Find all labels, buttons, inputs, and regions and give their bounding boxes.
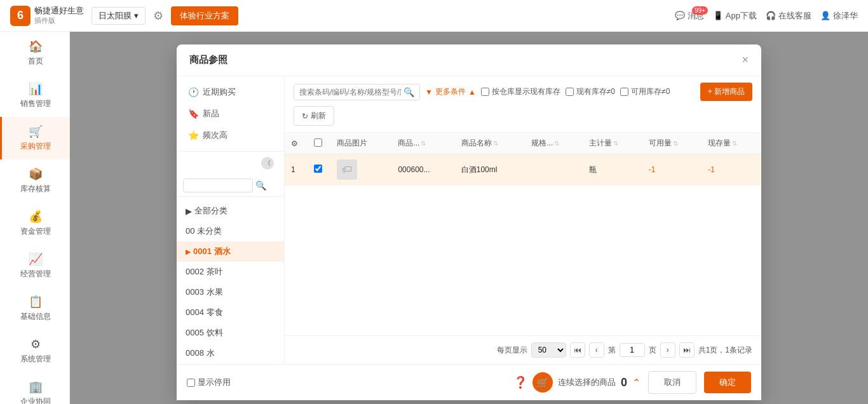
purchase-icon: 🛒	[29, 125, 43, 138]
expand-cart-button[interactable]: ⌃	[632, 377, 641, 389]
modal-right-panel: 🔍 ▼ 更多条件 ▲ 按仓库显示现有库存	[285, 76, 761, 364]
messages-item[interactable]: 💬 消息 99+	[675, 10, 704, 22]
sidebar-item-basics[interactable]: 📋 基础信息	[0, 287, 69, 330]
th-spec[interactable]: 规格... ⇅	[525, 133, 583, 154]
row-code: 000600...	[391, 154, 454, 185]
cat-item-snacks[interactable]: 0004 零食	[177, 302, 284, 323]
checkbox-usable-nonzero[interactable]: 可用库存≠0	[620, 86, 670, 97]
cat-item-liquor[interactable]: ▶ 0001 酒水	[177, 241, 284, 262]
prev-page-button[interactable]: ‹	[589, 342, 604, 358]
page-number-input[interactable]	[620, 343, 645, 357]
usable-nonzero-checkbox[interactable]	[620, 88, 628, 96]
sidebar-item-operations[interactable]: 📈 经营管理	[0, 245, 69, 287]
th-usable-label: 可用量	[649, 138, 672, 149]
quick-link-new[interactable]: 🔖 新品	[183, 104, 278, 123]
basics-icon: 📋	[29, 295, 43, 309]
select-all-checkbox[interactable]	[314, 138, 322, 147]
cat-label-liquor: 0001 酒水	[193, 246, 231, 257]
confirm-button[interactable]: 确定	[704, 372, 751, 393]
logo-text: 畅捷通好生意	[34, 6, 84, 17]
logo-icon: 6	[10, 6, 31, 26]
row-select-checkbox[interactable]	[314, 165, 322, 173]
category-search-input[interactable]	[183, 178, 253, 192]
settings-icon[interactable]: ⚙	[291, 139, 298, 148]
cat-label-water: 0008 水	[186, 347, 215, 358]
first-page-button[interactable]: ⏮	[570, 342, 585, 358]
cat-item-all[interactable]: ▶ 全部分类	[177, 201, 284, 221]
table-row[interactable]: 1 🏷 000600... 白酒100ml	[285, 154, 761, 185]
product-modal: 商品参照 × 🕐 近期购买 🔖	[177, 44, 761, 400]
last-page-button[interactable]: ⏭	[679, 342, 695, 358]
sidebar-label-system: 系统管理	[20, 354, 51, 365]
sort-icon-unit: ⇅	[613, 140, 618, 147]
th-usable[interactable]: 可用量 ⇅	[642, 133, 702, 154]
quick-link-recent[interactable]: 🕐 近期购买	[183, 83, 278, 102]
disabled-checkbox-input[interactable]	[187, 379, 195, 387]
sidebar-item-inventory[interactable]: 📦 库存核算	[0, 159, 69, 202]
row-index: 1	[285, 154, 308, 185]
modal-left-panel: 🕐 近期购买 🔖 新品 ⭐ 频次高	[177, 76, 285, 364]
sidebar-item-enterprise[interactable]: 🏢 企业协同	[0, 372, 69, 404]
page-suffix: 页	[649, 345, 656, 356]
nav-icons: 💬 消息 99+ 📱 App下载 🎧 在线客服 👤 徐泽华	[675, 10, 858, 22]
show-disabled-label: 显示停用	[198, 377, 231, 388]
gear-button[interactable]: ⚙	[153, 9, 163, 23]
org-selector[interactable]: 日太阳膜 ▾	[92, 7, 146, 25]
new-icon: 🔖	[188, 109, 199, 119]
quick-link-frequent[interactable]: ⭐ 频次高	[183, 126, 278, 145]
finance-icon: 💰	[29, 210, 43, 224]
cat-label-all: 全部分类	[194, 205, 227, 217]
refresh-button[interactable]: ↻ 刷新	[294, 106, 334, 126]
sidebar-item-sales[interactable]: 📊 销售管理	[0, 74, 69, 117]
recent-icon: 🕐	[188, 87, 199, 97]
cat-item-fruit[interactable]: 0003 水果	[177, 282, 284, 302]
cat-item-tea[interactable]: 0002 茶叶	[177, 262, 284, 282]
th-code[interactable]: 商品... ⇅	[391, 133, 454, 154]
th-name[interactable]: 商品名称 ⇅	[455, 133, 526, 154]
th-stock-label: 现存量	[708, 138, 731, 149]
cat-item-drinks[interactable]: 0005 饮料	[177, 323, 284, 343]
refresh-icon: ↻	[302, 112, 308, 121]
per-page-select[interactable]: 50 10 20 100	[531, 342, 566, 358]
sidebar-item-home[interactable]: 🏠 首页	[0, 32, 69, 74]
checkbox-show-stock[interactable]: 按仓库显示现有库存	[481, 86, 560, 97]
sidebar-item-finance[interactable]: 💰 资金管理	[0, 202, 69, 245]
modal-toolbar: 🔍 ▼ 更多条件 ▲ 按仓库显示现有库存	[285, 76, 761, 133]
sidebar-item-system[interactable]: ⚙ 系统管理	[0, 330, 69, 372]
search-button[interactable]: 🔍	[403, 87, 414, 97]
cart-text: 连续选择的商品	[558, 377, 616, 388]
show-disabled-checkbox[interactable]: 显示停用	[187, 377, 231, 388]
user-item[interactable]: 👤 徐泽华	[820, 10, 858, 22]
sidebar-item-purchase[interactable]: 🛒 采购管理	[0, 117, 69, 159]
filter-button[interactable]: ▼ 更多条件 ▲	[425, 86, 476, 97]
exp-btn[interactable]: 体验行业方案	[171, 6, 238, 25]
cart-icon: 🛒	[532, 372, 553, 393]
page-label: 第	[608, 345, 616, 356]
collapse-panel-button[interactable]: 《	[261, 157, 274, 170]
help-icon[interactable]: ❓	[513, 375, 527, 389]
stock-nonzero-checkbox[interactable]	[566, 88, 574, 96]
cat-label-drinks: 0005 饮料	[186, 327, 223, 339]
search-input[interactable]	[299, 88, 401, 97]
online-service-item[interactable]: 🎧 在线客服	[766, 10, 811, 22]
headset-icon: 🎧	[766, 11, 776, 20]
th-unit[interactable]: 主计量 ⇅	[583, 133, 642, 154]
cancel-button[interactable]: 取消	[648, 371, 696, 394]
next-page-button[interactable]: ›	[660, 342, 675, 358]
sidebar-label-purchase: 采购管理	[20, 141, 51, 152]
modal-close-button[interactable]: ×	[742, 53, 749, 67]
cat-label-fruit: 0003 水果	[186, 286, 223, 298]
category-search-button[interactable]: 🔍	[255, 180, 266, 191]
cat-item-water[interactable]: 0008 水	[177, 343, 284, 358]
quick-link-recent-label: 近期购买	[203, 86, 236, 98]
app-download-item[interactable]: 📱 App下载	[713, 10, 757, 22]
checkbox-stock-nonzero[interactable]: 现有库存≠0	[566, 86, 615, 97]
sidebar-label-basics: 基础信息	[20, 311, 51, 322]
category-list: ▶ 全部分类 00 未分类 ▶ 0001 酒水 0002 茶	[177, 197, 284, 358]
th-stock[interactable]: 现存量 ⇅	[702, 133, 761, 154]
cat-item-unclassified[interactable]: 00 未分类	[177, 221, 284, 241]
add-product-button[interactable]: + 新增商品	[700, 83, 752, 101]
show-stock-checkbox[interactable]	[481, 88, 489, 96]
sidebar-label-sales: 销售管理	[20, 98, 51, 109]
cat-triangle-all: ▶	[186, 206, 192, 216]
